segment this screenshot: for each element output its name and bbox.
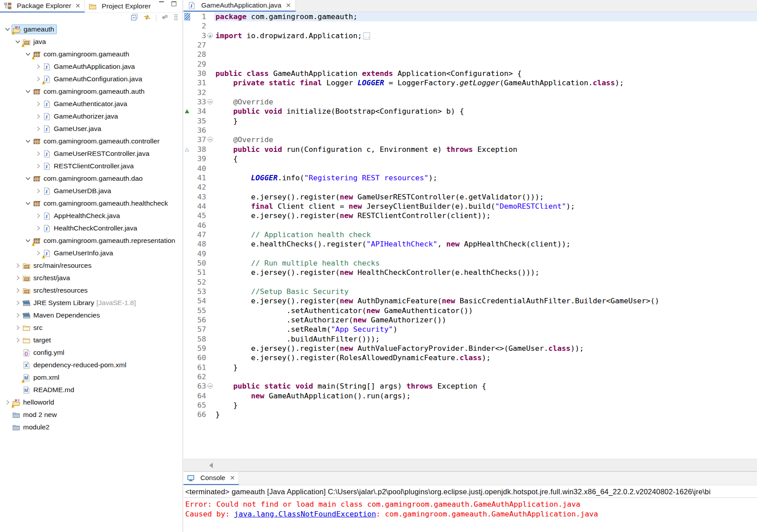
- fold-collapse-icon[interactable]: –: [207, 99, 213, 104]
- code-text[interactable]: [214, 278, 757, 287]
- code-line[interactable]: 27: [183, 40, 757, 50]
- scroll-left-icon[interactable]: [209, 463, 213, 468]
- tree-item-maven-dependencies[interactable]: Maven Dependencies: [0, 309, 183, 322]
- fold-expand-icon[interactable]: +: [207, 33, 213, 38]
- tree-item-src-test-java[interactable]: src/test/java: [0, 272, 183, 284]
- collapse-all-icon[interactable]: [131, 13, 138, 23]
- code-text[interactable]: .setAuthenticator(new GameAuthenticator(…: [214, 306, 757, 315]
- chevron-right-icon[interactable]: [33, 113, 43, 120]
- tree-item-gameuserdb-java[interactable]: JGameUserDB.java: [0, 185, 183, 197]
- chevron-down-icon[interactable]: [23, 138, 33, 145]
- code-text[interactable]: package com.gamingroom.gameauth;: [214, 12, 757, 21]
- code-line[interactable]: 30public class GameAuthApplication exten…: [183, 69, 757, 78]
- code-line[interactable]: 31 private static final Logger LOGGER = …: [183, 78, 757, 87]
- tree-item-com-gamingroom-gameauth-healthcheck[interactable]: com.gamingroom.gameauth.healthcheck: [0, 197, 183, 210]
- chevron-right-icon[interactable]: [33, 212, 43, 219]
- tree-item-gameuserrestcontroller-java[interactable]: JGameUserRESTController.java: [0, 147, 183, 160]
- tree-item-module2[interactable]: module2: [0, 421, 183, 433]
- code-line[interactable]: 58 .buildAuthFilter()));: [183, 334, 757, 344]
- tree-item-apphealthcheck-java[interactable]: JAppHealthCheck.java: [0, 210, 183, 222]
- code-line[interactable]: 56 .setAuthorizer(new GameAuthorizer()): [183, 315, 757, 325]
- tree-item-com-gamingroom-gameauth-dao[interactable]: com.gamingroom.gameauth.dao: [0, 172, 183, 185]
- chevron-right-icon[interactable]: [33, 100, 43, 107]
- code-line[interactable]: 43 e.jersey().register(new GameUserRESTC…: [183, 192, 757, 202]
- code-text[interactable]: }: [214, 363, 757, 372]
- view-menu-icon[interactable]: [174, 14, 178, 23]
- chevron-right-icon[interactable]: [33, 63, 43, 70]
- code-text[interactable]: e.jersey().register(RolesAllowedDynamicF…: [214, 353, 757, 362]
- console-tab[interactable]: Console✕: [183, 472, 239, 485]
- tab-package-explorer[interactable]: Package Explorer✕: [0, 0, 85, 12]
- code-text[interactable]: [214, 40, 757, 50]
- code-text[interactable]: }: [214, 410, 757, 419]
- chevron-right-icon[interactable]: [13, 337, 23, 344]
- code-text[interactable]: new GameAuthApplication().run(args);: [214, 391, 757, 401]
- code-line[interactable]: 50 // Run multiple health checks: [183, 258, 757, 268]
- tree-item-gameauthorizer-java[interactable]: JGameAuthorizer.java: [0, 110, 183, 123]
- fold-collapse-icon[interactable]: –: [207, 383, 213, 389]
- chevron-right-icon[interactable]: [13, 274, 23, 282]
- code-text[interactable]: }: [214, 116, 757, 126]
- tab-project-explorer[interactable]: Project Explorer: [85, 0, 155, 12]
- code-line[interactable]: 64 new GameAuthApplication().run(args);: [183, 391, 757, 401]
- tree-item-com-gamingroom-gameauth-controller[interactable]: com.gamingroom.gameauth.controller: [0, 135, 183, 147]
- code-line[interactable]: 37– @Override: [183, 135, 757, 144]
- code-text[interactable]: private static final Logger LOGGER = Log…: [214, 78, 757, 87]
- code-text[interactable]: .buildAuthFilter()));: [214, 334, 757, 344]
- tree-item-pom-xml[interactable]: Mpom.xml: [0, 371, 183, 384]
- chevron-right-icon[interactable]: [13, 287, 23, 294]
- code-line[interactable]: 61 }: [183, 363, 757, 372]
- code-text[interactable]: [214, 60, 757, 69]
- code-line[interactable]: 46: [183, 221, 757, 230]
- tree-item-readme-md[interactable]: MREADME.md: [0, 384, 183, 396]
- code-line[interactable]: 38 public void run(Configuration c, Envi…: [183, 145, 757, 154]
- tree-item-gameauth[interactable]: MJgameauth: [0, 23, 183, 36]
- tree-item-src-test-resources[interactable]: src/test/resources: [0, 284, 183, 297]
- chevron-right-icon[interactable]: [33, 163, 43, 170]
- tree-item-com-gamingroom-gameauth-representation[interactable]: com.gamingroom.gameauth.representation: [0, 234, 183, 247]
- tree-item-com-gamingroom-gameauth[interactable]: com.gamingroom.gameauth: [0, 48, 183, 60]
- code-line[interactable]: 54 e.jersey().register(new AuthDynamicFe…: [183, 296, 757, 306]
- folded-imports-icon[interactable]: [363, 32, 370, 40]
- code-line[interactable]: 45 e.jersey().register(new RESTClientCon…: [183, 211, 757, 220]
- fold-collapse-icon[interactable]: –: [207, 137, 213, 142]
- tree-item-dependency-reduced-pom-xml[interactable]: Xdependency-reduced-pom.xml: [0, 359, 183, 371]
- chevron-down-icon[interactable]: [23, 175, 33, 182]
- chevron-right-icon[interactable]: [13, 312, 23, 319]
- tree-item-config-yml[interactable]: {}config.yml: [0, 346, 183, 359]
- code-text[interactable]: public void run(Configuration c, Environ…: [214, 145, 757, 154]
- tree-item-gameauthapplication-java[interactable]: JGameAuthApplication.java: [0, 60, 183, 73]
- close-icon[interactable]: ✕: [286, 2, 291, 9]
- code-text[interactable]: e.healthChecks().register("APIHealthChec…: [214, 239, 757, 249]
- code-text[interactable]: @Override: [214, 135, 757, 144]
- code-text[interactable]: //Setup Basic Security: [214, 287, 757, 296]
- code-text[interactable]: [214, 21, 757, 31]
- code-line[interactable]: 62: [183, 372, 757, 381]
- minimize-icon[interactable]: [159, 1, 164, 6]
- chevron-down-icon[interactable]: [23, 88, 33, 95]
- close-icon[interactable]: ✕: [230, 474, 235, 481]
- code-text[interactable]: [214, 372, 757, 381]
- code-line[interactable]: 41 LOGGER.info("Registering REST resourc…: [183, 173, 757, 183]
- code-line[interactable]: 39 {: [183, 154, 757, 163]
- tree-item-java[interactable]: java: [0, 36, 183, 48]
- code-text[interactable]: [214, 164, 757, 173]
- code-line[interactable]: 40: [183, 164, 757, 173]
- chevron-down-icon[interactable]: [3, 26, 12, 33]
- code-editor[interactable]: 1package com.gamingroom.gameauth;23+impo…: [183, 12, 757, 445]
- code-line[interactable]: 53 //Setup Basic Security: [183, 287, 757, 296]
- tree-item-gameuserinfo-java[interactable]: JGameUserInfo.java: [0, 247, 183, 259]
- code-text[interactable]: [214, 183, 757, 192]
- code-line[interactable]: 49: [183, 249, 757, 258]
- chevron-right-icon[interactable]: [33, 187, 43, 195]
- tree-item-gameauthenticator-java[interactable]: JGameAuthenticator.java: [0, 98, 183, 110]
- code-text[interactable]: e.jersey().register(new HealthCheckContr…: [214, 268, 757, 277]
- code-text[interactable]: public class GameAuthApplication extends…: [214, 69, 757, 78]
- code-line[interactable]: 34 public void initialize(Bootstrap<Conf…: [183, 107, 757, 116]
- code-line[interactable]: 66}: [183, 410, 757, 419]
- code-text[interactable]: {: [214, 154, 757, 163]
- code-text[interactable]: import io.dropwizard.Application;: [214, 31, 757, 40]
- code-text[interactable]: .setRealm("App Security"): [214, 325, 757, 334]
- code-text[interactable]: e.jersey().register(new AuthValueFactory…: [214, 344, 757, 353]
- code-text[interactable]: final Client client = new JerseyClientBu…: [214, 202, 757, 211]
